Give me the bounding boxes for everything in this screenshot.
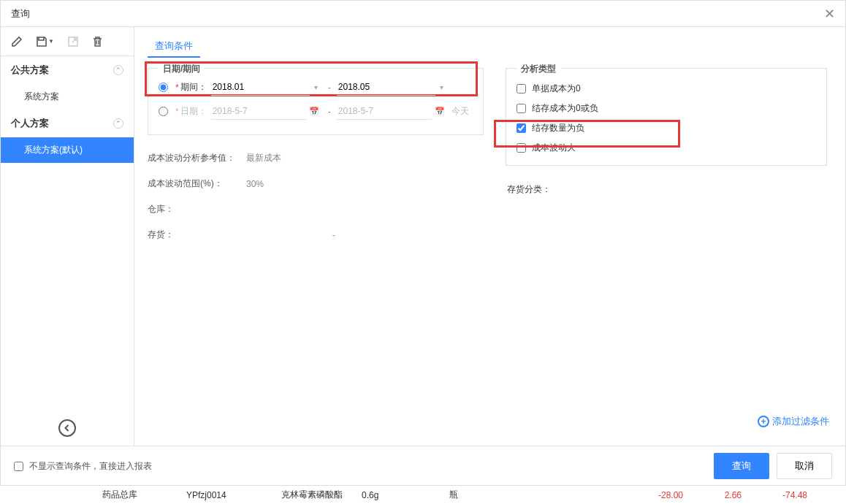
checkbox-label: 成本波动大	[532, 142, 576, 154]
checkbox-balance-cost-zero-neg[interactable]	[517, 104, 526, 113]
footer-left: 不显示查询条件，直接进入报表	[14, 460, 152, 473]
public-plan-header[interactable]: 公共方案 ⌃	[1, 56, 134, 84]
range-separator: -	[322, 107, 337, 117]
period-radio[interactable]	[159, 83, 168, 92]
warehouse-label: 仓库：	[148, 203, 184, 215]
footer-actions: 查询 取消	[714, 453, 832, 479]
date-label: 日期：	[180, 105, 211, 118]
right-column: 分析类型 单据成本为0 结存成本为0或负 结存数量为负	[506, 68, 827, 248]
date-row: * 日期： 📅 - 📅 今天	[159, 103, 473, 120]
bg-cell: -74.48	[749, 490, 815, 500]
cost-ref-row: 成本波动分析参考值： 最新成本	[148, 145, 484, 171]
cost-ref-value[interactable]: 最新成本	[246, 152, 484, 164]
modal-header: 查询 ✕	[1, 1, 845, 27]
bg-cell: -28.00	[617, 490, 690, 500]
cost-range-row: 成本波动范围(%)： 30%	[148, 171, 484, 196]
personal-plan-header[interactable]: 个人方案 ⌃	[1, 110, 134, 137]
checkbox-cost-fluctuation[interactable]	[517, 143, 526, 153]
main-content: 查询条件 日期/期间 * 期间： ▾ -	[134, 27, 845, 446]
sidebar-item-system-plan[interactable]: 系统方案	[1, 84, 134, 110]
bg-cell: 克林霉素磷酸酯	[274, 489, 354, 501]
analysis-opt-0[interactable]: 单据成本为0	[517, 79, 816, 99]
chevron-down-icon[interactable]: ▾	[310, 83, 322, 91]
bg-cell: YPfzj0014	[179, 490, 274, 500]
save-icon[interactable]: ▼	[36, 36, 54, 47]
checkbox-label: 结存成本为0或负	[532, 102, 598, 115]
modal-title: 查询	[11, 7, 30, 20]
calendar-icon[interactable]: 📅	[306, 107, 322, 116]
period-row: * 期间： ▾ - ▾	[159, 79, 473, 96]
stock-label: 存货：	[148, 229, 184, 241]
chevron-down-icon[interactable]: ▾	[435, 83, 448, 91]
bg-cell: 药品总库	[95, 489, 179, 501]
sidebar: ▼ 公共方案 ⌃ 系统方案 个人方案 ⌃ 系统方案(默认)	[1, 27, 134, 446]
background-table-row: 药品总库 YPfzj0014 克林霉素磷酸酯 0.6g 瓶 -28.00 2.6…	[0, 486, 846, 504]
modal-body: ▼ 公共方案 ⌃ 系统方案 个人方案 ⌃ 系统方案(默认)	[1, 27, 845, 446]
today-button[interactable]: 今天	[448, 105, 473, 118]
calendar-icon[interactable]: 📅	[432, 107, 448, 116]
stock-category-label: 存货分类：	[506, 176, 827, 203]
period-to-input[interactable]	[337, 79, 435, 96]
cancel-button[interactable]: 取消	[777, 453, 832, 479]
analysis-type-fieldset: 分析类型 单据成本为0 结存成本为0或负 结存数量为负	[506, 68, 827, 166]
date-to-input[interactable]	[337, 103, 432, 120]
content-row: 日期/期间 * 期间： ▾ - ▾	[148, 68, 832, 248]
edit-icon[interactable]	[11, 36, 23, 47]
tab-query-conditions[interactable]: 查询条件	[148, 36, 200, 58]
analysis-opt-2[interactable]: 结存数量为负	[517, 118, 816, 138]
query-modal: 查询 ✕ ▼ 公共方案 ⌃	[0, 0, 846, 486]
checkbox-label: 单据成本为0	[532, 83, 581, 95]
close-icon[interactable]: ✕	[824, 6, 835, 22]
period-from-input[interactable]	[211, 79, 310, 96]
collapse-icon[interactable]: ⌃	[113, 65, 123, 75]
add-filter-button[interactable]: + 添加过滤条件	[758, 415, 829, 428]
cost-range-label: 成本波动范围(%)：	[148, 177, 246, 190]
bg-cell: 2.66	[690, 490, 749, 500]
date-period-fieldset: 日期/期间 * 期间： ▾ - ▾	[148, 68, 484, 135]
back-icon[interactable]	[58, 419, 76, 437]
date-period-legend: 日期/期间	[159, 63, 205, 75]
sidebar-footer	[1, 411, 134, 446]
period-label: 期间：	[180, 81, 211, 93]
checkbox-doc-cost-zero[interactable]	[517, 84, 526, 93]
query-button[interactable]: 查询	[714, 453, 769, 479]
collapse-icon[interactable]: ⌃	[113, 118, 123, 129]
analysis-opt-3[interactable]: 成本波动大	[517, 138, 816, 158]
analysis-opt-1[interactable]: 结存成本为0或负	[517, 99, 816, 118]
required-mark: *	[175, 83, 179, 93]
bg-cell: 0.6g	[354, 490, 442, 500]
public-plan-label: 公共方案	[11, 64, 49, 77]
personal-plan-label: 个人方案	[11, 117, 49, 130]
export-icon[interactable]	[67, 36, 79, 47]
checkbox-label: 结存数量为负	[532, 122, 584, 134]
cost-ref-label: 成本波动分析参考值：	[148, 152, 246, 164]
add-filter-label: 添加过滤条件	[772, 415, 829, 428]
required-mark: *	[175, 107, 179, 117]
stock-row: 存货： -	[148, 222, 484, 248]
analysis-legend: 分析类型	[517, 63, 560, 75]
bg-cell: 瓶	[442, 489, 617, 501]
range-separator: -	[322, 83, 337, 93]
cost-range-value[interactable]: 30%	[246, 179, 484, 189]
date-from-input[interactable]	[211, 103, 306, 120]
auto-enter-checkbox[interactable]	[14, 462, 23, 471]
delete-icon[interactable]	[92, 36, 103, 47]
left-column: 日期/期间 * 期间： ▾ - ▾	[148, 68, 484, 248]
auto-enter-label: 不显示查询条件，直接进入报表	[29, 460, 152, 473]
checkbox-balance-qty-neg[interactable]	[517, 123, 526, 133]
sidebar-item-system-default[interactable]: 系统方案(默认)	[1, 137, 134, 163]
warehouse-row: 仓库：	[148, 196, 484, 222]
sidebar-toolbar: ▼	[1, 27, 134, 56]
date-radio[interactable]	[159, 107, 168, 116]
stock-value[interactable]: -	[184, 230, 484, 240]
modal-footer: 不显示查询条件，直接进入报表 查询 取消	[1, 446, 845, 486]
plus-circle-icon: +	[758, 416, 769, 427]
